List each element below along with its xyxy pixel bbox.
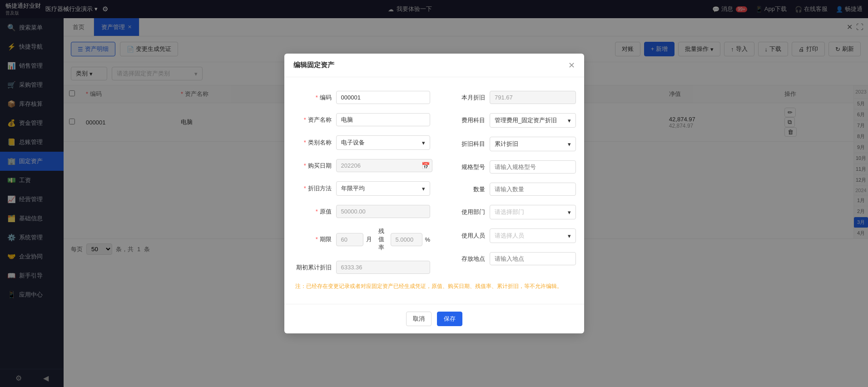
category-select-value: 电子设备 <box>341 139 365 147</box>
depmethod-select[interactable]: 年限平均 ▾ <box>336 181 431 196</box>
form-row-assetname: 资产名称 <box>295 109 431 131</box>
code-label: 编码 <box>295 94 336 102</box>
form-row-code: 编码 <box>295 86 431 109</box>
modal-header: 编辑固定资产 ✕ <box>284 54 584 77</box>
cancel-button[interactable]: 取消 <box>406 312 432 326</box>
percent-unit: % <box>425 236 431 243</box>
form-row-depsubject: 折旧科目 累计折旧 ▾ <box>449 132 576 156</box>
department-select[interactable]: 请选择部门 ▾ <box>490 205 576 219</box>
modal-close-btn[interactable]: ✕ <box>568 61 575 69</box>
save-button[interactable]: 保存 <box>437 312 462 326</box>
department-label: 使用部门 <box>449 208 490 216</box>
form-row-period: 期限 月 残值率 % <box>295 223 431 256</box>
storage-input[interactable] <box>490 252 576 265</box>
form-row-specmodel: 规格型号 <box>449 156 576 178</box>
depsubject-value: 累计折旧 <box>495 140 518 148</box>
category-select[interactable]: 电子设备 ▾ <box>336 135 431 150</box>
category-select-chevron: ▾ <box>422 139 425 146</box>
depsubject-label: 折旧科目 <box>449 140 490 148</box>
originalvalue-input[interactable] <box>336 205 431 218</box>
purchasedate-input[interactable] <box>336 159 433 172</box>
form-row-originalvalue: 原值 <box>295 200 431 223</box>
form-row-currentmonthdep: 本月折旧 <box>449 86 576 109</box>
currentmonthdep-input[interactable] <box>490 91 576 104</box>
period-input[interactable] <box>336 233 363 246</box>
currentmonthdep-label: 本月折旧 <box>449 94 490 102</box>
edit-asset-modal: 编辑固定资产 ✕ 编码 资产名称 <box>284 54 584 333</box>
expensesubject-value: 管理费用_固定资产折旧 <box>495 116 557 124</box>
department-chevron: ▾ <box>568 209 571 216</box>
modal-footer: 取消 保存 <box>284 304 584 333</box>
depmethod-label: 折旧方法 <box>295 184 336 193</box>
expensesubject-label: 费用科目 <box>449 116 490 124</box>
period-label: 期限 <box>295 235 336 243</box>
assetname-label: 资产名称 <box>295 116 336 124</box>
quantity-input[interactable] <box>490 183 576 196</box>
user-chevron: ▾ <box>568 233 571 239</box>
modal-note: 注：已经存在变更记录或者对应固定资产已经生成凭证，原值、购买日期、残值率、累计折… <box>295 278 573 294</box>
user-select[interactable]: 请选择人员 ▾ <box>490 228 576 243</box>
depmethod-chevron: ▾ <box>422 185 425 192</box>
form-row-depmethod: 折旧方法 年限平均 ▾ <box>295 177 431 200</box>
depsubject-chevron: ▾ <box>568 141 571 148</box>
residualrate-label: 残值率 <box>378 227 384 252</box>
form-row-storage: 存放地点 <box>449 248 576 270</box>
purchasedate-input-row: 📅 <box>336 159 431 172</box>
form-row-quantity: 数量 <box>449 178 576 200</box>
form-right-col: 本月折旧 费用科目 管理费用_固定资产折旧 ▾ 折旧科目 <box>440 86 576 278</box>
depmethod-value: 年限平均 <box>341 184 365 193</box>
form-left-col: 编码 资产名称 类别名称 电子设备 ▾ <box>295 86 440 278</box>
assetname-input[interactable] <box>336 113 431 126</box>
modal-title: 编辑固定资产 <box>293 61 334 69</box>
category-label: 类别名称 <box>295 139 336 147</box>
depsubject-select[interactable]: 累计折旧 ▾ <box>490 137 576 151</box>
period-unit: 月 <box>366 235 372 243</box>
quantity-label: 数量 <box>449 185 490 194</box>
initialaccumdep-input[interactable] <box>336 261 431 274</box>
form-row-expensesubject: 费用科目 管理费用_固定资产折旧 ▾ <box>449 109 576 132</box>
initialaccumdep-label: 期初累计折旧 <box>295 263 336 272</box>
department-placeholder: 请选择部门 <box>495 208 524 216</box>
user-label: 使用人员 <box>449 232 490 240</box>
period-input-row: 月 残值率 % <box>336 227 431 252</box>
residualrate-input[interactable] <box>391 233 422 246</box>
expensesubject-chevron: ▾ <box>568 117 571 124</box>
specmodel-label: 规格型号 <box>449 163 490 171</box>
storage-label: 存放地点 <box>449 255 490 263</box>
form-row-initialaccumdep: 期初累计折旧 <box>295 256 431 278</box>
specmodel-input[interactable] <box>490 160 576 174</box>
modal-overlay: 编辑固定资产 ✕ 编码 资产名称 <box>0 0 868 387</box>
form-row-category: 类别名称 电子设备 ▾ <box>295 131 431 154</box>
user-placeholder: 请选择人员 <box>495 232 524 240</box>
code-input[interactable] <box>336 91 431 104</box>
form-grid: 编码 资产名称 类别名称 电子设备 ▾ <box>295 86 573 278</box>
expensesubject-select[interactable]: 管理费用_固定资产折旧 ▾ <box>490 113 576 128</box>
originalvalue-label: 原值 <box>295 208 336 216</box>
modal-body: 编码 资产名称 类别名称 电子设备 ▾ <box>284 77 584 303</box>
form-row-user: 使用人员 请选择人员 ▾ <box>449 224 576 248</box>
form-row-purchasedate: 购买日期 📅 <box>295 154 431 177</box>
purchasedate-label: 购买日期 <box>295 162 336 170</box>
calendar-icon[interactable]: 📅 <box>422 162 430 170</box>
form-row-department: 使用部门 请选择部门 ▾ <box>449 200 576 224</box>
